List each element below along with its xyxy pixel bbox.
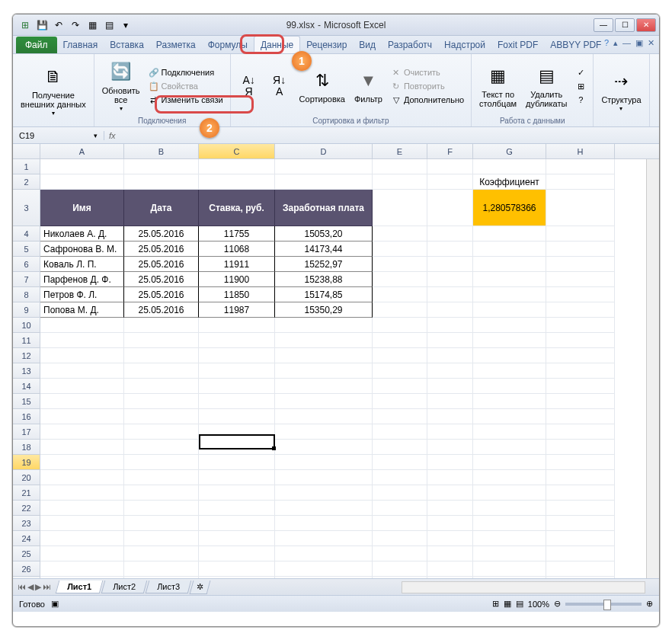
cell[interactable] <box>275 470 373 485</box>
mdi-min-icon[interactable]: — <box>622 38 631 48</box>
row-header[interactable]: 17 <box>13 424 40 440</box>
cell[interactable] <box>546 318 615 333</box>
cell[interactable] <box>427 333 473 348</box>
cell[interactable] <box>473 516 546 531</box>
cell[interactable] <box>373 440 427 455</box>
cell[interactable] <box>199 531 275 546</box>
sheet-nav[interactable]: ⏮ ◀ ▶ ⏭ <box>13 582 56 592</box>
cell[interactable] <box>275 485 373 501</box>
cell[interactable]: 15252,97 <box>275 257 373 272</box>
zoom-in-button[interactable]: ⊕ <box>646 599 653 609</box>
cell[interactable] <box>546 440 615 455</box>
cell[interactable] <box>546 470 615 485</box>
tab-addins[interactable]: Надстрой <box>438 37 491 53</box>
cell[interactable] <box>373 159 427 174</box>
cell[interactable] <box>473 546 546 561</box>
tab-foxit[interactable]: Foxit PDF <box>491 37 544 53</box>
cell[interactable] <box>427 302 473 318</box>
cell[interactable]: 11850 <box>199 287 275 302</box>
cell[interactable] <box>124 516 199 531</box>
zoom-level[interactable]: 100% <box>528 600 549 609</box>
row-header[interactable]: 2 <box>13 174 40 190</box>
cell[interactable]: Коэффициент <box>473 174 546 190</box>
cell[interactable] <box>427 363 473 379</box>
cell[interactable] <box>546 363 615 379</box>
cell[interactable] <box>373 363 427 379</box>
cell[interactable] <box>275 531 373 546</box>
cell[interactable] <box>124 363 199 379</box>
cell[interactable] <box>546 516 615 531</box>
cell[interactable] <box>275 455 373 470</box>
cell[interactable] <box>473 470 546 485</box>
cell[interactable] <box>373 226 427 242</box>
cell[interactable] <box>427 379 473 394</box>
sort-button[interactable]: ⇅ Сортировка <box>296 67 348 105</box>
cell[interactable] <box>373 287 427 302</box>
save-icon[interactable]: 💾 <box>36 19 48 31</box>
sheet-tab-2[interactable]: Лист2 <box>101 581 148 593</box>
cell[interactable] <box>473 318 546 333</box>
cell[interactable]: Имя <box>40 190 124 226</box>
qat-dropdown-icon[interactable]: ▾ <box>120 19 132 31</box>
connections-button[interactable]: 🔗Подключения <box>146 66 226 78</box>
cell[interactable] <box>373 190 427 226</box>
cell[interactable] <box>124 348 199 363</box>
cell[interactable] <box>373 561 427 577</box>
cell[interactable] <box>473 363 546 379</box>
cell[interactable] <box>199 159 275 174</box>
col-header-f[interactable]: F <box>427 144 473 158</box>
row-header[interactable]: 8 <box>13 287 40 302</box>
cell[interactable] <box>199 363 275 379</box>
cell[interactable]: Ставка, руб. <box>199 190 275 226</box>
row-header[interactable]: 11 <box>13 333 40 348</box>
cell[interactable] <box>40 455 124 470</box>
cell[interactable] <box>373 272 427 287</box>
cell[interactable] <box>546 287 615 302</box>
row-header[interactable]: 3 <box>13 190 40 226</box>
name-box[interactable]: C19▾ <box>13 131 104 140</box>
cell[interactable] <box>124 531 199 546</box>
row-header[interactable]: 23 <box>13 516 40 531</box>
row-header[interactable]: 10 <box>13 318 40 333</box>
cell[interactable] <box>473 257 546 272</box>
col-header-c[interactable]: C <box>199 144 275 158</box>
cell[interactable] <box>373 174 427 190</box>
cell[interactable] <box>473 242 546 257</box>
cell[interactable] <box>199 470 275 485</box>
row-header[interactable]: 25 <box>13 546 40 561</box>
col-header-a[interactable]: A <box>40 144 124 158</box>
cell[interactable]: 25.05.2016 <box>124 287 199 302</box>
cell[interactable] <box>275 424 373 440</box>
cell[interactable] <box>40 470 124 485</box>
cell[interactable] <box>373 394 427 409</box>
cell[interactable] <box>473 485 546 501</box>
cell[interactable] <box>40 333 124 348</box>
row-header[interactable]: 12 <box>13 348 40 363</box>
tab-review[interactable]: Рецензир <box>300 37 353 53</box>
cell[interactable] <box>546 242 615 257</box>
remove-duplicates-button[interactable]: ▤ Удалить дубликаты <box>523 62 570 110</box>
cell[interactable] <box>275 363 373 379</box>
cell[interactable]: 25.05.2016 <box>124 272 199 287</box>
cell[interactable] <box>427 424 473 440</box>
cell[interactable] <box>124 440 199 455</box>
cell[interactable] <box>199 174 275 190</box>
row-header[interactable]: 1 <box>13 159 40 174</box>
reapply-button[interactable]: ↻Повторить <box>389 80 466 92</box>
close-button[interactable]: ✕ <box>636 18 656 32</box>
edit-links-button[interactable]: ⇄Изменить связи <box>146 94 226 106</box>
view-normal-icon[interactable]: ⊞ <box>492 599 499 609</box>
tab-abbyy[interactable]: ABBYY PDF <box>544 37 607 53</box>
row-header[interactable]: 19 <box>13 455 40 470</box>
cell[interactable] <box>40 440 124 455</box>
cell[interactable] <box>473 531 546 546</box>
undo-icon[interactable]: ↶ <box>53 19 65 31</box>
cell[interactable] <box>427 501 473 516</box>
select-all-corner[interactable] <box>13 144 40 158</box>
prev-icon[interactable]: ◀ <box>27 582 34 592</box>
cell[interactable] <box>40 501 124 516</box>
cell[interactable] <box>373 546 427 561</box>
maximize-button[interactable]: ☐ <box>615 18 635 32</box>
cell[interactable] <box>199 348 275 363</box>
cell[interactable] <box>373 379 427 394</box>
